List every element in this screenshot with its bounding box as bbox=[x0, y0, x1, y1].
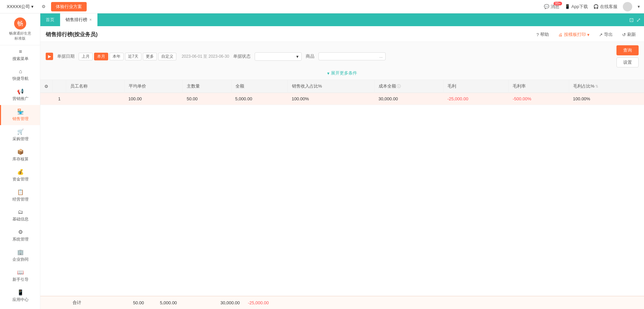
query-button[interactable]: 查询 bbox=[616, 45, 639, 55]
tab-expand-icon[interactable]: ⤢ bbox=[636, 17, 641, 23]
row-gross-pct: 100.00% bbox=[569, 93, 644, 105]
goods-filter-more: ... bbox=[379, 54, 383, 59]
enterprise-icon: 🏢 bbox=[17, 249, 24, 255]
refresh-button[interactable]: ↺ 刷新 bbox=[619, 30, 639, 39]
sidebar-item-marketing[interactable]: 📢 营销推广 bbox=[0, 85, 40, 105]
date-last-month-btn[interactable]: 上月 bbox=[79, 53, 93, 60]
message-badge: 99+ bbox=[554, 2, 562, 5]
search-order-icon: ≡ bbox=[19, 49, 22, 55]
col-gross-pct: 毛利占比% ⇅ bbox=[569, 80, 644, 93]
date-more-btn[interactable]: 更多 bbox=[143, 53, 157, 60]
company-selector[interactable]: XXXXX公司 ▾ bbox=[4, 2, 36, 11]
status-filter-label: 单据状态 bbox=[233, 53, 251, 59]
tab-actions: ⊡ ⤢ bbox=[626, 17, 644, 23]
top-bar: XXXXX公司 ▾ ⚙ 体验行业方案 💬 消息 99+ 📱 App下载 🎧 在线… bbox=[0, 0, 644, 13]
tab-sales-ranking-label: 销售排行榜 bbox=[66, 17, 87, 23]
page-title: 销售排行榜(按业务员) bbox=[46, 31, 98, 38]
cost-info-icon[interactable]: ⓘ bbox=[397, 84, 401, 89]
settings-button[interactable]: 设置 bbox=[616, 57, 639, 67]
user-name[interactable]: ▾ bbox=[638, 4, 640, 9]
top-right-area: 💬 消息 99+ 📱 App下载 🎧 在线客服 ▾ bbox=[544, 2, 640, 11]
column-settings-icon[interactable]: ⚙ bbox=[44, 84, 48, 89]
message-button[interactable]: 💬 消息 99+ bbox=[544, 4, 559, 10]
footer-cost: 30,000.00 bbox=[216, 300, 244, 305]
tab-close-icon[interactable]: × bbox=[89, 18, 92, 22]
footer-quantity: 50.00 bbox=[129, 300, 156, 305]
sidebar-item-label: 快捷导航 bbox=[12, 76, 29, 82]
sidebar-item-app-center[interactable]: 📱 应用中心 bbox=[0, 286, 40, 306]
sidebar-item-guide[interactable]: 📖 新手引导 bbox=[0, 266, 40, 286]
gross-pct-sort-icon[interactable]: ⇅ bbox=[595, 84, 598, 89]
topbar-gear-button[interactable]: ⚙ bbox=[39, 2, 48, 11]
col-employee: 员工名称 bbox=[66, 80, 125, 93]
date-current-year-btn[interactable]: 本年 bbox=[110, 53, 124, 60]
row-employee bbox=[66, 93, 125, 105]
table-container: ⚙ 员工名称 平均单价 bbox=[40, 80, 644, 296]
page-actions: ? 帮助 🖨 按模板打印 ▾ ↗ 导出 ↺ 刷新 bbox=[534, 30, 639, 39]
sidebar-item-basic-info[interactable]: 🗂 基础信息 bbox=[0, 206, 40, 225]
trial-button[interactable]: 体验行业方案 bbox=[51, 2, 87, 11]
sidebar-item-sales[interactable]: 🏪 销售管理 bbox=[0, 105, 40, 125]
sales-icon: 🏪 bbox=[17, 108, 24, 115]
sidebar-logo: 畅 畅康通好生意 标准版 bbox=[0, 13, 40, 45]
sidebar-item-label: 营销推广 bbox=[12, 96, 29, 102]
operations-icon: 📋 bbox=[17, 189, 24, 195]
sidebar-item-quick-nav[interactable]: ⌂ 快捷导航 bbox=[0, 65, 40, 85]
app-download-button[interactable]: 📱 App下载 bbox=[565, 4, 588, 10]
expand-more-button[interactable]: ▾ 展开更多条件 bbox=[327, 70, 357, 76]
date-custom-btn[interactable]: 自定义 bbox=[158, 53, 176, 60]
company-name: XXXXX公司 bbox=[7, 4, 30, 10]
message-icon: 💬 bbox=[544, 4, 549, 9]
table-header-row: ⚙ 员工名称 平均单价 bbox=[40, 80, 644, 93]
marketing-icon: 📢 bbox=[17, 88, 24, 95]
app-center-icon: 📱 bbox=[17, 289, 24, 296]
status-filter-select[interactable]: ▾ bbox=[255, 52, 302, 61]
export-button[interactable]: ↗ 导出 bbox=[596, 30, 615, 39]
tab-sales-ranking[interactable]: 销售排行榜 × bbox=[60, 13, 97, 26]
sidebar-item-operations[interactable]: 📋 经营管理 bbox=[0, 186, 40, 206]
sidebar-item-inventory[interactable]: 📦 库存核算 bbox=[0, 145, 40, 165]
content-area: 首页 销售排行榜 × ⊡ ⤢ 销售排行榜(按业务员) ? 帮助 bbox=[40, 13, 644, 309]
sidebar-item-system[interactable]: ⚙ 系统管理 bbox=[0, 225, 40, 246]
sidebar-item-label: 经营管理 bbox=[12, 197, 29, 202]
row-quantity: 50.00 bbox=[183, 93, 231, 105]
footer-gross: -25,000.00 bbox=[244, 300, 273, 305]
date-filter-label: 单据日期 bbox=[57, 53, 75, 59]
app-download-label: App下载 bbox=[571, 4, 588, 10]
page-content: 销售排行榜(按业务员) ? 帮助 🖨 按模板打印 ▾ ↗ 导出 bbox=[40, 26, 644, 309]
sidebar-item-finance[interactable]: 💰 资金管理 bbox=[0, 165, 40, 186]
row-amount: 5,000.00 bbox=[231, 93, 288, 105]
sidebar-item-label: 资金管理 bbox=[12, 176, 29, 182]
tab-home[interactable]: 首页 bbox=[40, 13, 60, 26]
goods-filter-input[interactable]: ... bbox=[318, 52, 386, 60]
quick-nav-icon: ⌂ bbox=[19, 68, 22, 74]
filter-collapse-icon[interactable]: ▶ bbox=[46, 53, 53, 60]
col-avg-price: 平均单价 bbox=[124, 80, 183, 93]
date-7days-btn[interactable]: 近7天 bbox=[125, 53, 141, 60]
online-service-button[interactable]: 🎧 在线客服 bbox=[593, 4, 617, 10]
sidebar-item-label: 库存核算 bbox=[12, 156, 29, 162]
sidebar: 畅 畅康通好生意 标准版 ≡ 搜索菜单 ⌂ 快捷导航 📢 营销推广 🏪 销售管理… bbox=[0, 13, 40, 309]
user-avatar[interactable] bbox=[623, 2, 632, 11]
inventory-icon: 📦 bbox=[17, 149, 24, 155]
tab-bar: 首页 销售排行榜 × ⊡ ⤢ bbox=[40, 13, 644, 26]
guide-icon: 📖 bbox=[17, 269, 24, 275]
sidebar-item-search-order[interactable]: ≡ 搜索菜单 bbox=[0, 45, 40, 65]
date-current-month-btn[interactable]: 本月 bbox=[94, 53, 108, 60]
sidebar-item-label: 应用中心 bbox=[12, 297, 29, 303]
purchase-icon: 🛒 bbox=[17, 128, 24, 135]
row-gross-rate: -500.00% bbox=[509, 93, 569, 105]
col-settings[interactable]: ⚙ bbox=[40, 80, 53, 93]
sidebar-item-purchase[interactable]: 🛒 采购管理 bbox=[0, 125, 40, 145]
sidebar-item-enterprise[interactable]: 🏢 企业协同 bbox=[0, 246, 40, 266]
col-sales-pct: 销售收入占比% bbox=[288, 80, 374, 93]
help-button[interactable]: ? 帮助 bbox=[534, 30, 552, 39]
sidebar-item-wechat[interactable]: 💬 企业微信 bbox=[0, 306, 40, 309]
table-footer: 合计 50.00 5,000.00 30,000.00 -25,000.00 bbox=[40, 296, 644, 309]
row-rank: 1 bbox=[53, 93, 66, 105]
tab-minimize-icon[interactable]: ⊡ bbox=[629, 17, 634, 23]
help-icon: ? bbox=[536, 32, 539, 37]
date-filters: 上月 本月 本年 近7天 更多 自定义 bbox=[79, 53, 176, 60]
print-button[interactable]: 🖨 按模板打印 ▾ bbox=[556, 30, 592, 39]
filter-expand-row: ▾ 展开更多条件 bbox=[46, 70, 639, 76]
